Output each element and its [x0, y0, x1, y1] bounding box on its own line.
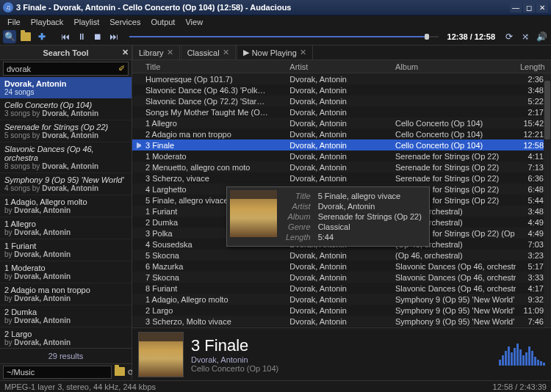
menu-playlist[interactable]: Playlist [69, 16, 104, 28]
track-row[interactable]: 1 Adagio, Allegro moltoDvorak, AntoninSy… [132, 294, 551, 305]
track-row[interactable]: 5 SkocnaDvorak, Antonin(Op 46, orchestra… [132, 250, 551, 261]
titlebar: ♫ 3 Finale - Dvorak, Antonin - Cello Con… [0, 0, 551, 15]
np-album: Cello Concerto (Op 104) [191, 364, 278, 373]
search-icon[interactable]: 🔍 [3, 30, 16, 43]
result-item[interactable]: 1 Moderatoby Dvorak, Antonin [0, 261, 132, 283]
open-folder-icon[interactable] [19, 30, 32, 43]
sidebar-header: Search Tool ✕ [0, 46, 132, 60]
track-row[interactable]: Slavonic Dance (Op 72.2) 'Star…Dvorak, A… [132, 95, 551, 106]
result-item[interactable]: Slavonic Dances (Op 46, orchestra8 songs… [0, 142, 132, 173]
progress-slider[interactable] [129, 36, 439, 37]
track-row[interactable]: 2 LargoDvorak, AntoninSymphony 9 (Op 95)… [132, 305, 551, 316]
tooltip-art [230, 190, 277, 237]
play-indicator-icon: ▶ [243, 48, 249, 57]
result-count: 29 results [0, 348, 132, 363]
track-row[interactable]: 4 Allegro con fuocoDvorak, AntoninSympho… [132, 327, 551, 327]
maximize-button[interactable]: ◻ [523, 2, 535, 12]
track-row[interactable]: 6 MazurkaDvorak, AntoninSlavonic Dances … [132, 261, 551, 272]
time-display: 12:38 / 12:58 [447, 32, 495, 41]
np-title: 3 Finale [191, 336, 278, 355]
codec-status: MPEG-1 layer 3, stereo, 44 kHz, 244 kbps [4, 382, 156, 391]
browse-folder-icon[interactable] [115, 367, 125, 377]
close-panel-icon[interactable]: ✕ [122, 48, 129, 57]
previous-button[interactable]: ⏮ [59, 30, 72, 43]
shuffle-button[interactable]: ⤨ [519, 30, 532, 43]
time-status: 12:58 / 2:43:39 [493, 382, 547, 391]
close-button[interactable]: ✕ [536, 2, 548, 12]
toolbar: 🔍 ✚ ⏮ ⏸ ⏹ ⏭ 12:38 / 12:58 ⟳ ⤨ 🔊 [0, 28, 551, 46]
menu-services[interactable]: Services [105, 16, 145, 28]
track-row[interactable]: 1 ModeratoDvorak, AntoninSerenade for St… [132, 150, 551, 161]
close-tab-icon[interactable]: ✕ [300, 48, 306, 57]
clear-search-icon[interactable]: ✐ [118, 64, 125, 73]
close-tab-icon[interactable]: ✕ [167, 48, 173, 57]
close-tab-icon[interactable]: ✕ [223, 48, 229, 57]
result-item[interactable]: 1 Furiantby Dvorak, Antonin [0, 239, 132, 261]
window-title: 3 Finale - Dvorak, Antonin - Cello Conce… [16, 3, 510, 12]
result-item[interactable]: Serenade for Strings (Op 22)5 songs by D… [0, 120, 132, 142]
app-icon: ♫ [3, 2, 13, 12]
path-input[interactable] [3, 366, 112, 379]
np-artist: Dvorak, Antonin [191, 355, 278, 364]
track-row[interactable]: 3 Scherzo, Molto vivaceDvorak, AntoninSy… [132, 316, 551, 327]
playlist-tabs: Library ✕Classical ✕▶ Now Playing ✕ [132, 46, 551, 60]
result-item[interactable]: 1 Allegroby Dvorak, Antonin [0, 217, 132, 239]
next-button[interactable]: ⏭ [107, 30, 120, 43]
track-row[interactable]: 7 SkocnaDvorak, AntoninSlavonic Dances (… [132, 272, 551, 283]
sidebar: Search Tool ✕ ✐ Dvorak, Antonin 24 songs… [0, 46, 132, 380]
minimize-button[interactable]: — [510, 2, 522, 12]
search-input[interactable] [7, 65, 117, 73]
tab-classical[interactable]: Classical ✕ [181, 46, 236, 59]
pause-button[interactable]: ⏸ [75, 30, 88, 43]
track-row[interactable]: 3 Scherzo, vivaceDvorak, AntoninSerenade… [132, 173, 551, 184]
column-headers[interactable]: Title Artist Album Length [132, 60, 551, 73]
track-row[interactable]: 2 Menuetto, allegro con motoDvorak, Anto… [132, 161, 551, 173]
result-item[interactable]: 2 Dumkaby Dvorak, Antonin [0, 305, 132, 327]
track-row[interactable]: ▶3 FinaleDvorak, AntoninCello Concerto (… [132, 139, 551, 150]
result-item[interactable]: Cello Concerto (Op 104)3 songs by Dvorak… [0, 98, 132, 120]
scrollbar[interactable] [544, 73, 551, 327]
stop-button[interactable]: ⏹ [91, 30, 104, 43]
track-row[interactable]: Slavonic Dance (Op 46.3) 'Polk…Dvorak, A… [132, 84, 551, 95]
track-row[interactable]: Humoresque (Op 101.7)Dvorak, Antonin2:36 [132, 73, 551, 84]
result-item[interactable]: Symphony 9 (Op 95) 'New World'4 songs by… [0, 173, 132, 195]
add-icon[interactable]: ✚ [35, 30, 48, 43]
visualizer [499, 344, 545, 366]
result-item[interactable]: 2 Largoby Dvorak, Antonin [0, 327, 132, 348]
track-row[interactable]: 1 AllegroDvorak, AntoninCello Concerto (… [132, 117, 551, 128]
menu-output[interactable]: Output [146, 16, 179, 28]
track-row[interactable]: 8 FuriantDvorak, AntoninSlavonic Dances … [132, 283, 551, 294]
track-tooltip: Title5 Finale, allegro vivace ArtistDvor… [226, 186, 430, 247]
track-row[interactable]: Songs My Mother Taught Me (O…Dvorak, Ant… [132, 106, 551, 117]
result-item[interactable]: 2 Adagio ma non troppoby Dvorak, Antonin [0, 283, 132, 305]
menubar: FilePlaybackPlaylistServicesOutputView [0, 15, 551, 28]
now-playing-panel: 3 Finale Dvorak, Antonin Cello Concerto … [132, 327, 551, 380]
status-bar: MPEG-1 layer 3, stereo, 44 kHz, 244 kbps… [0, 380, 551, 392]
menu-playback[interactable]: Playback [26, 16, 68, 28]
menu-file[interactable]: File [3, 16, 25, 28]
tab-now-playing[interactable]: ▶ Now Playing ✕ [237, 46, 313, 59]
result-item[interactable]: 1 Adagio, Allegro moltoby Dvorak, Antoni… [0, 195, 132, 217]
volume-button[interactable]: 🔊 [535, 30, 548, 43]
tab-library[interactable]: Library ✕ [132, 46, 180, 59]
track-row[interactable]: 2 Adagio ma non troppoDvorak, AntoninCel… [132, 128, 551, 139]
menu-view[interactable]: View [181, 16, 207, 28]
result-artist-header[interactable]: Dvorak, Antonin 24 songs [0, 77, 132, 98]
album-art [138, 332, 184, 377]
repeat-button[interactable]: ⟳ [503, 30, 516, 43]
